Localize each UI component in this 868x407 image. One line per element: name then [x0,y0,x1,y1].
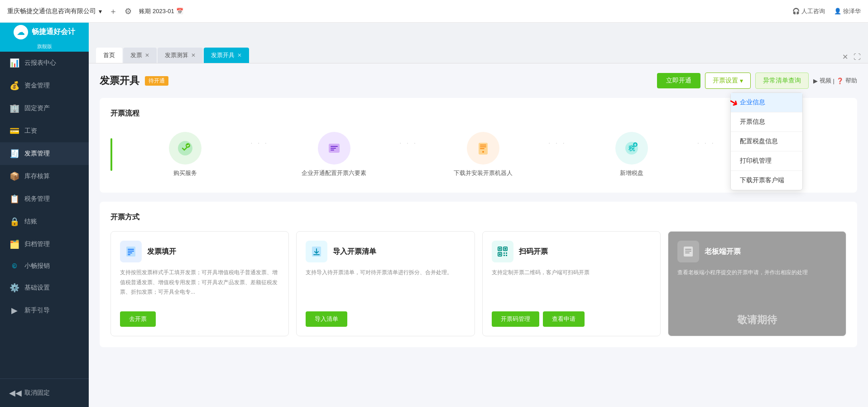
consult-btn[interactable]: 🎧 人工咨询 [792,7,825,15]
method-card-fill: 发票填开 支持按照发票样式手工填开发票；可开具增值税电子普通发票、增值税普通发票… [110,231,289,336]
dropdown-download-client[interactable]: 下载开票客户端 [731,171,802,190]
settings-btn[interactable]: 开票设置 ▾ [705,73,751,89]
tab-home[interactable]: 首页 [96,48,122,63]
dropdown-tax-disk[interactable]: 配置税盘信息 [731,132,802,151]
dropdown-enterprise-info[interactable]: 企业信息 [731,93,802,112]
gudingzichan-icon: 🏢 [9,103,20,113]
svg-rect-32 [504,252,505,254]
yunbao-icon: 📊 [9,58,20,68]
top-actions: ＋ ⚙ 账期 2023-01 📅 [109,6,183,17]
period-info: 账期 2023-01 📅 [139,7,183,15]
sidebar-item-yunbao[interactable]: 📊 云报表中心 [0,52,89,74]
tab-home-label: 首页 [103,51,115,59]
maximize-window-btn[interactable]: ⛶ [854,53,861,61]
tab-fapiaokaiqu[interactable]: 发票开具 ✕ [204,48,249,63]
sidebar-item-kucun[interactable]: 📦 库存核算 [0,165,89,188]
import-card-icon [306,241,327,262]
sidebar-item-fapiao[interactable]: 🧾 发票管理 [0,142,89,165]
method-card-import: 导入开票清单 支持导入待开票清单，可对待开票清单进行拆分、合并处理。 导入清单 [296,231,475,336]
activate-btn[interactable]: 立即开通 [657,73,700,88]
period-label: 账期 [139,7,151,15]
svg-point-0 [178,141,192,155]
close-window-btn[interactable]: ✕ [842,53,848,61]
sidebar-label-kucun: 库存核算 [24,172,50,180]
settings-dropdown: 企业信息 开票信息 配置税盘信息 打印机管理 [730,92,803,190]
step2-icon [318,132,350,165]
period-value: 2023-01 [153,8,174,15]
svg-rect-8 [480,146,486,147]
add-icon[interactable]: ＋ [109,6,117,17]
consult-label: 人工咨询 [801,7,825,15]
sidebar-item-shuiwu[interactable]: 📋 税务管理 [0,188,89,210]
import-card-title: 导入开票清单 [333,247,376,257]
video-help-btn[interactable]: ▶ 视频 | ❓ 帮助 [813,77,857,85]
jiezhang-icon: 🔒 [9,217,20,227]
scan-card-title: 扫码开票 [519,247,548,257]
step1-icon [169,132,201,165]
tab-fapiaocesuan-close[interactable]: ✕ [191,52,196,58]
svg-rect-38 [685,251,691,252]
question-icon: ❓ [836,78,844,84]
connector-3: · · · [548,139,566,170]
step4-label: 新增税盘 [620,169,643,177]
sidebar-item-xiaochang[interactable]: © 小畅报销 [0,256,89,276]
sidebar-label-jiezhang: 结账 [24,218,37,226]
sidebar-item-xinshouyindao[interactable]: ▶ 新手引导 [0,299,89,322]
separator: | [833,78,834,84]
svg-rect-23 [128,254,130,255]
tab-bar: 首页 发票 ✕ 发票测算 ✕ 发票开具 ✕ ✕ ⛶ [89,45,868,63]
step2-label: 企业开通配置开票六要素 [302,169,366,177]
sidebar-bottom: ◀◀ 取消固定 [0,378,89,407]
user-label: 徐泽华 [843,7,861,15]
sidebar-item-quxiao[interactable]: ◀◀ 取消固定 [0,383,89,402]
tab-fapiaokaiqu-close[interactable]: ✕ [237,52,242,58]
company-dropdown-icon[interactable]: ▾ [99,8,102,15]
xinshouyindao-icon: ▶ [9,305,20,315]
calendar-icon[interactable]: 📅 [176,8,183,15]
page-title-area: 发票开具 待开通 [100,74,168,87]
method-card-scan: 扫码开票 支持定制开票二维码，客户端可扫码开票 开票码管理 查看申请 [482,231,661,336]
method-card-fill-header: 发票填开 [120,241,279,262]
tab-fapiaocesuan-label: 发票测算 [165,51,188,59]
sidebar-logo: ☁ 畅捷通好会计 旗舰版 [0,23,89,52]
sidebar-item-jiezhang[interactable]: 🔒 结账 [0,210,89,233]
user-area[interactable]: 👤 徐泽华 [834,7,861,15]
method-card-boss: 老板端开票 查看老板端小程序提交的开票申请，并作出相应的处理 敬请期待 [668,231,846,336]
tab-fapiao-label: 发票 [130,51,142,59]
dropdown-printer[interactable]: 打印机管理 [731,151,802,170]
scan-manage-btn[interactable]: 开票码管理 [492,311,539,327]
logo-title: 畅捷通好会计 [32,27,75,37]
company-selector[interactable]: 重庆畅捷交通信息咨询有限公司 ▾ [7,7,102,15]
sidebar-item-zijin[interactable]: 💰 资金管理 [0,74,89,97]
svg-rect-33 [506,252,507,254]
dropdown-invoice-info[interactable]: 开票信息 [731,112,802,131]
sidebar-label-xiaochang: 小畅报销 [24,262,50,270]
sidebar-scroll[interactable]: 📊 云报表中心 💰 资金管理 🏢 固定资产 💳 工资 🧾 发票管理 📦 库存核算… [0,52,89,378]
svg-rect-39 [685,252,690,253]
shuiwu-icon: 📋 [9,194,20,204]
abnormal-btn[interactable]: 异常清单查询 [755,73,809,89]
sidebar-label-quxiao: 取消固定 [24,389,50,397]
tab-fapiao[interactable]: 发票 ✕ [123,48,157,63]
method-card-scan-header: 扫码开票 [492,241,651,262]
fill-card-desc: 支持按照发票样式手工填开发票；可开具增值税电子普通发票、增值税普通发票、增值税专… [120,268,279,304]
page-actions: 立即开通 开票设置 ▾ 异常清单查询 ▶ 视频 | ❓ 帮助 企业信息 [657,73,857,89]
boss-overlay-text: 敬请期待 [668,313,846,327]
xiaochang-icon: © [9,262,20,270]
settings-btn-label: 开票设置 [713,77,738,85]
sidebar-item-jichushezhi[interactable]: ⚙️ 基础设置 [0,276,89,299]
method-cards: 发票填开 支持按照发票样式手工填开发票；可开具增值税电子普通发票、增值税普通发票… [110,231,846,336]
chevron-down-icon: ▾ [740,77,743,84]
fill-go-btn[interactable]: 去开票 [120,311,156,327]
settings-icon[interactable]: ⚙ [125,6,132,16]
sidebar-item-guidang[interactable]: 🗂️ 归档管理 [0,233,89,256]
sidebar-item-gudingzichan[interactable]: 🏢 固定资产 [0,97,89,120]
import-btn[interactable]: 导入清单 [306,311,347,327]
scan-view-btn[interactable]: 查看申请 [543,311,585,327]
tab-fapiao-close[interactable]: ✕ [145,52,149,58]
logo-icon: ☁ [14,25,28,39]
connector-2: · · · [399,139,417,170]
tab-fapiaocesuan[interactable]: 发票测算 ✕ [158,48,203,63]
sidebar-item-gongzi[interactable]: 💳 工资 [0,120,89,142]
boss-card-title: 老板端开票 [705,247,741,257]
